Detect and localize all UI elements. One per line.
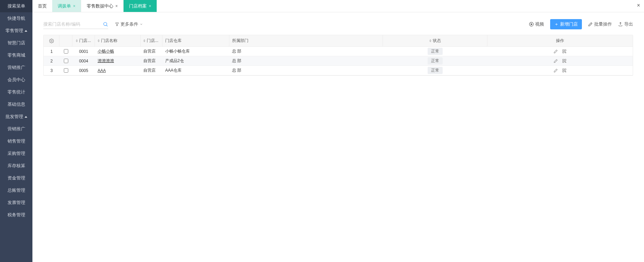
svg-rect-11 <box>563 59 564 61</box>
sidebar-item-retail-stats[interactable]: 零售统计 <box>0 86 32 98</box>
svg-rect-12 <box>565 59 566 61</box>
svg-rect-19 <box>565 71 566 72</box>
sidebar-item-member[interactable]: 会员中心 <box>0 74 32 86</box>
sidebar-item-ws-sales[interactable]: 销售管理 <box>0 135 32 147</box>
cell-department: 总 部 <box>229 56 383 66</box>
sidebar-group-wholesale[interactable]: 批发管理 <box>0 111 32 123</box>
status-badge: 正常 <box>428 67 443 74</box>
toolbar-right: 视频 ＋ 新增门店 批量操作 导出 <box>529 19 633 29</box>
video-button[interactable]: 视频 <box>529 21 544 27</box>
sidebar-item-smart-store[interactable]: 智慧门店 <box>0 37 32 49</box>
cell-operations <box>487 47 633 56</box>
export-label: 导出 <box>624 21 633 27</box>
cell-store-name[interactable]: 澹澹澹澹 <box>95 56 141 66</box>
main: 首页 调拨单 × 零售数据中心 × 门店档案 × × 更 <box>32 0 644 262</box>
close-icon[interactable]: × <box>73 4 75 9</box>
more-conditions-button[interactable]: 更多条件 <box>115 21 143 27</box>
sidebar-quicknav-label: 快捷导航 <box>8 15 25 21</box>
row-edit-button[interactable] <box>554 49 558 54</box>
row-checkbox[interactable] <box>64 49 68 54</box>
plus-icon: ＋ <box>554 21 559 27</box>
column-status[interactable]: 状态 <box>383 35 487 46</box>
sidebar-item-ledger[interactable]: 总账管理 <box>0 184 32 196</box>
edit-icon <box>588 22 593 27</box>
table-row[interactable]: 30005AAA自营店AAA仓库总 部正常 <box>44 66 633 75</box>
toolbar: 更多条件 视频 ＋ 新增门店 批量操作 导出 <box>43 19 633 29</box>
row-checkbox-cell <box>59 56 72 66</box>
column-store-name[interactable]: 门店名称 <box>95 35 141 46</box>
row-checkbox-cell <box>59 47 72 56</box>
search-input[interactable] <box>43 21 103 27</box>
cell-store-name[interactable]: AAA <box>95 66 141 75</box>
svg-rect-20 <box>566 72 566 72</box>
export-button[interactable]: 导出 <box>618 21 633 27</box>
svg-point-5 <box>51 40 52 42</box>
sidebar-group-retail-label: 零售管理 <box>5 28 23 34</box>
sort-icon <box>143 39 145 42</box>
row-qrcode-button[interactable] <box>562 49 567 54</box>
search-icon <box>103 21 108 27</box>
cell-store-type: 自营店 <box>141 56 162 66</box>
row-edit-button[interactable] <box>554 68 558 73</box>
gear-icon <box>49 39 54 43</box>
batch-ops-button[interactable]: 批量操作 <box>588 21 612 27</box>
close-icon[interactable]: × <box>149 4 151 9</box>
column-store-type[interactable]: 门店... <box>141 35 162 46</box>
table-row[interactable]: 10001小畅小畅自营店小畅小畅仓库总 部正常 <box>44 47 633 56</box>
edit-icon <box>554 49 558 54</box>
row-edit-button[interactable] <box>554 59 558 63</box>
batch-ops-label: 批量操作 <box>594 21 612 27</box>
sidebar-item-marketing[interactable]: 营销推广 <box>0 61 32 74</box>
sidebar-item-ws-marketing[interactable]: 营销推广 <box>0 123 32 135</box>
table-row[interactable]: 20004澹澹澹澹自营店产成品2仓总 部正常 <box>44 56 633 66</box>
tab-retail-data-center[interactable]: 零售数据中心 × <box>81 0 124 12</box>
add-store-button[interactable]: ＋ 新增门店 <box>550 19 582 29</box>
table-header: 门店... 门店名称 门店... 门店仓库 所属部门 <box>44 35 633 47</box>
tab-home-label: 首页 <box>38 3 47 9</box>
column-settings[interactable] <box>44 35 59 46</box>
tab-transfer-order[interactable]: 调拨单 × <box>52 0 81 12</box>
table-body: 10001小畅小畅自营店小畅小畅仓库总 部正常20004澹澹澹澹自营店产成品2仓… <box>44 47 633 75</box>
svg-rect-9 <box>565 52 566 53</box>
sidebar-item-basic-info[interactable]: 基础信息 <box>0 98 32 111</box>
svg-marker-2 <box>116 23 119 26</box>
sidebar-item-purchase[interactable]: 采购管理 <box>0 147 32 160</box>
column-warehouse[interactable]: 门店仓库 <box>162 35 229 46</box>
search-wrap <box>43 19 108 29</box>
row-checkbox[interactable] <box>64 59 68 63</box>
cell-store-name[interactable]: 小畅小畅 <box>95 47 141 56</box>
sidebar-group-wholesale-label: 批发管理 <box>5 114 23 120</box>
close-icon[interactable]: × <box>115 4 118 9</box>
svg-rect-18 <box>563 71 564 72</box>
cell-status: 正常 <box>383 56 487 66</box>
sidebar-item-retail-mall[interactable]: 零售商城 <box>0 49 32 61</box>
row-qrcode-button[interactable] <box>562 59 567 63</box>
svg-rect-10 <box>566 53 566 53</box>
sidebar-group-retail[interactable]: 零售管理 <box>0 25 32 37</box>
sidebar-search-label: 搜索菜单 <box>8 3 25 9</box>
sidebar-item-tax[interactable]: 税务管理 <box>0 209 32 221</box>
sidebar-search-menu[interactable]: 搜索菜单 <box>0 0 32 12</box>
sidebar-item-funds[interactable]: 资金管理 <box>0 172 32 184</box>
column-department[interactable]: 所属部门 <box>229 35 383 46</box>
svg-rect-13 <box>563 61 564 63</box>
close-all-tabs-button[interactable]: × <box>635 2 642 9</box>
cell-department: 总 部 <box>229 47 383 56</box>
tab-home[interactable]: 首页 <box>32 0 52 12</box>
sidebar-item-inventory[interactable]: 库存核算 <box>0 160 32 172</box>
cell-store-type: 自营店 <box>141 47 162 56</box>
cell-store-type: 自营店 <box>141 66 162 75</box>
tab-store-archive[interactable]: 门店档案 × <box>124 0 157 12</box>
column-store-code[interactable]: 门店... <box>72 35 95 46</box>
row-checkbox[interactable] <box>64 68 68 73</box>
column-operations: 操作 <box>487 35 633 46</box>
qrcode-icon <box>562 59 567 63</box>
export-icon <box>618 22 623 27</box>
play-circle-icon <box>529 22 534 27</box>
sidebar-quicknav[interactable]: 快捷导航 <box>0 12 32 25</box>
search-button[interactable] <box>103 21 108 27</box>
cell-department: 总 部 <box>229 66 383 75</box>
filter-icon <box>115 22 119 26</box>
row-qrcode-button[interactable] <box>562 68 567 73</box>
sidebar-item-invoice[interactable]: 发票管理 <box>0 196 32 209</box>
